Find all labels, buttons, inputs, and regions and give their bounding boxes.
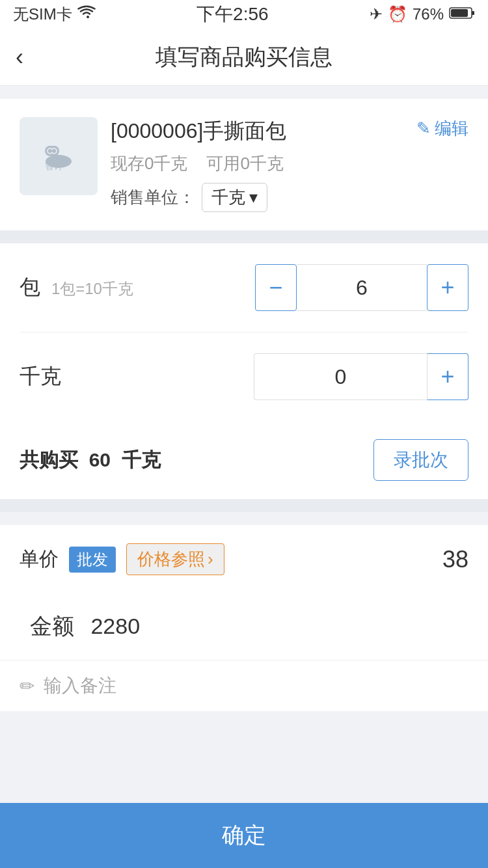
kg-row: 千克 0 + <box>20 332 468 421</box>
kg-qty-control: 0 + <box>254 353 468 400</box>
kg-label: 千克 <box>20 362 254 391</box>
total-text: 共购买 60 千克 <box>20 447 161 474</box>
bao-row: 包 1包=10千克 − 6 + <box>20 243 468 332</box>
svg-rect-2 <box>451 9 468 17</box>
alarm-icon: ⏰ <box>388 5 407 23</box>
product-card: 智计 [0000006]手撕面包 现存0千克 可用0千克 销售单位： 千克 ▾ … <box>0 99 488 230</box>
svg-text:智计: 智计 <box>45 161 63 171</box>
edit-button[interactable]: ✎ 编辑 <box>416 117 468 140</box>
svg-point-8 <box>48 149 52 153</box>
price-section: 单价 批发 价格参照 › 38 <box>0 525 488 593</box>
section-divider-1 <box>0 230 488 243</box>
confirm-bar[interactable]: 确定 <box>0 803 488 868</box>
status-time: 下午2:56 <box>197 2 269 27</box>
kg-plus-button[interactable]: + <box>427 353 468 400</box>
product-image: 智计 <box>20 117 98 195</box>
svg-rect-1 <box>472 11 474 15</box>
price-tag: 批发 <box>69 547 116 573</box>
section-divider-2 <box>0 499 488 512</box>
product-name: [0000006]手撕面包 <box>111 117 403 146</box>
price-label: 单价 <box>20 546 59 573</box>
bao-minus-button[interactable]: − <box>255 264 297 311</box>
kg-input[interactable]: 0 <box>254 353 427 400</box>
note-placeholder: 输入备注 <box>44 673 116 698</box>
chevron-down-icon: ▾ <box>249 187 258 208</box>
total-section: 共购买 60 千克 录批次 <box>0 421 488 499</box>
input-section: 包 1包=10千克 − 6 + 千克 0 + <box>0 243 488 421</box>
batch-button[interactable]: 录批次 <box>373 439 468 481</box>
price-value: 38 <box>442 546 468 573</box>
status-bar: 无SIM卡 下午2:56 ✈ ⏰ 76% <box>0 0 488 29</box>
edit-icon: ✎ <box>416 118 431 139</box>
bao-plus-button[interactable]: + <box>427 264 468 311</box>
wifi-icon <box>77 5 96 23</box>
nav-bar: ‹ 填写商品购买信息 <box>0 29 488 86</box>
bao-qty-control: − 6 + <box>255 264 468 311</box>
note-icon: ✏ <box>20 675 34 697</box>
back-button[interactable]: ‹ <box>16 44 23 71</box>
carrier-text: 无SIM卡 <box>13 4 72 25</box>
battery-icon <box>449 5 475 23</box>
amount-row: 金额 2280 <box>0 593 488 660</box>
product-stock: 现存0千克 可用0千克 <box>111 152 403 175</box>
status-left: 无SIM卡 <box>13 4 96 25</box>
chevron-right-icon: › <box>208 549 213 569</box>
price-ref-button[interactable]: 价格参照 › <box>126 543 224 575</box>
confirm-text: 确定 <box>222 821 266 850</box>
product-unit: 销售单位： 千克 ▾ <box>111 183 403 212</box>
bao-input[interactable]: 6 <box>297 264 427 311</box>
note-row[interactable]: ✏ 输入备注 <box>0 660 488 711</box>
bao-label: 包 1包=10千克 <box>20 273 255 302</box>
location-icon: ✈ <box>370 5 383 23</box>
product-info: [0000006]手撕面包 现存0千克 可用0千克 销售单位： 千克 ▾ <box>111 117 403 212</box>
status-right: ✈ ⏰ 76% <box>370 5 475 23</box>
page-title: 填写商品购买信息 <box>156 42 332 72</box>
product-card-right: ✎ 编辑 <box>416 117 468 140</box>
svg-point-9 <box>52 149 56 153</box>
unit-select[interactable]: 千克 ▾ <box>202 183 267 212</box>
battery-text: 76% <box>413 5 444 23</box>
